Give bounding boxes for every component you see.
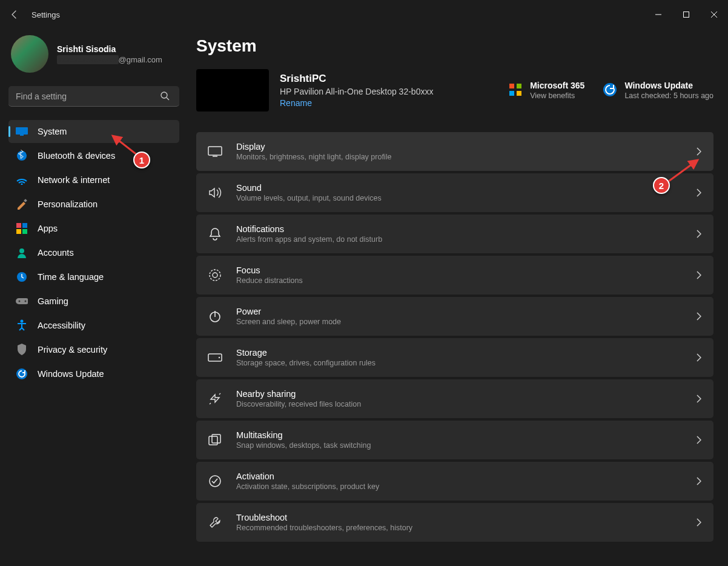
setting-title: Nearby sharing [236,389,697,399]
setting-sub: Alerts from apps and system, do not dist… [236,235,697,244]
accounts-icon [16,247,28,259]
multitasking-icon [207,432,223,448]
sidebar-item-system[interactable]: System [8,120,179,143]
setting-sub: Monitors, brightness, night light, displ… [236,153,697,161]
promo-microsoft365[interactable]: Microsoft 365 View benefits [508,81,584,100]
svg-rect-22 [509,91,514,96]
svg-point-16 [19,301,21,302]
svg-rect-21 [517,84,521,88]
setting-title: Activation [236,471,697,481]
nav-list: SystemBluetooth & devicesNetwork & inter… [8,120,182,385]
setting-item-display[interactable]: DisplayMonitors, brightness, night light… [196,132,713,171]
setting-item-multitasking[interactable]: MultitaskingSnap windows, desktops, task… [196,421,713,459]
sidebar: Srishti Sisodia xxxxxxxxxxxxxxx@gmail.co… [0,29,188,566]
setting-title: Sound [236,183,697,193]
setting-item-troubleshoot[interactable]: TroubleshootRecommended troubleshooters,… [196,503,713,542]
chevron-right-icon [697,353,701,362]
setting-title: Power [236,307,697,316]
svg-rect-25 [208,147,222,155]
display-icon [207,144,223,159]
svg-rect-5 [20,135,24,136]
promo-title: Microsoft 365 [530,81,584,90]
sidebar-item-label: Accounts [38,248,74,258]
sidebar-item-privacy[interactable]: Privacy & security [8,338,179,361]
chevron-right-icon [697,395,701,403]
nearby-icon [207,391,223,407]
setting-sub: Reduce distractions [236,276,697,285]
profile-email: xxxxxxxxxxxxxxx@gmail.com [57,55,162,64]
svg-rect-23 [517,91,521,96]
update-icon [603,82,617,97]
setting-sub: Volume levels, output, input, sound devi… [236,194,697,202]
chevron-right-icon [697,188,701,197]
device-model: HP Pavilion All-in-One Desktop 32-b0xxx [280,87,433,96]
sidebar-item-accessibility[interactable]: Accessibility [8,314,179,337]
setting-sub: Snap windows, desktops, task switching [236,441,697,450]
profile-block[interactable]: Srishti Sisodia xxxxxxxxxxxxxxx@gmail.co… [8,35,182,73]
sidebar-item-label: Bluetooth & devices [38,151,115,161]
page-title: System [196,36,713,56]
device-image [196,69,269,112]
sidebar-item-apps[interactable]: Apps [8,217,179,240]
chevron-right-icon [697,312,701,321]
setting-title: Focus [236,265,697,275]
sidebar-item-label: Windows Update [38,369,104,379]
setting-item-nearby[interactable]: Nearby sharingDiscoverability, received … [196,379,713,418]
notifications-icon [207,226,223,242]
setting-sub: Screen and sleep, power mode [236,318,697,326]
promo-title: Windows Update [624,81,713,90]
power-icon [207,308,223,324]
search-input[interactable] [8,86,179,107]
svg-point-32 [219,357,220,358]
svg-point-7 [21,184,23,185]
setting-title: Notifications [236,224,697,234]
focus-icon [207,267,223,283]
setting-item-notifications[interactable]: NotificationsAlerts from apps and system… [196,215,713,253]
setting-item-activation[interactable]: ActivationActivation state, subscription… [196,462,713,501]
svg-rect-9 [16,223,21,228]
chevron-right-icon [697,271,701,279]
back-button[interactable] [7,7,22,22]
sidebar-item-gaming[interactable]: Gaming [8,290,179,313]
sound-icon [207,185,223,201]
svg-rect-12 [22,229,27,234]
m365-icon [508,82,523,97]
sidebar-item-bluetooth[interactable]: Bluetooth & devices [8,144,179,167]
close-button[interactable] [700,5,728,24]
setting-sub: Discoverability, received files location [236,400,697,408]
setting-item-power[interactable]: PowerScreen and sleep, power mode [196,297,713,336]
sidebar-item-label: Apps [38,224,58,233]
maximize-button[interactable] [672,5,700,24]
sidebar-item-update[interactable]: Windows Update [8,362,179,385]
sidebar-item-label: Time & language [38,272,104,282]
svg-rect-11 [16,229,21,234]
update-icon [16,368,28,380]
titlebar: Settings [0,0,728,29]
svg-rect-10 [22,223,27,228]
search-icon [160,91,170,101]
minimize-button[interactable] [644,5,672,24]
system-icon [16,125,28,138]
setting-item-focus[interactable]: FocusReduce distractions [196,256,713,295]
bluetooth-icon [16,150,28,162]
chevron-right-icon [697,477,701,485]
sidebar-item-network[interactable]: Network & internet [8,168,179,191]
sidebar-item-time[interactable]: Time & language [8,265,179,288]
rename-link[interactable]: Rename [280,98,433,108]
promo-windows-update[interactable]: Windows Update Last checked: 5 hours ago [603,81,713,100]
setting-sub: Storage space, drives, configuration rul… [236,359,697,367]
setting-item-sound[interactable]: SoundVolume levels, output, input, sound… [196,173,713,212]
sidebar-item-label: Privacy & security [38,345,107,355]
device-row: SrishtiPC HP Pavilion All-in-One Desktop… [196,69,713,112]
troubleshoot-icon [207,514,223,530]
sidebar-item-personalization[interactable]: Personalization [8,193,179,216]
sidebar-item-accounts[interactable]: Accounts [8,241,179,264]
annotation-badge-2: 2 [653,177,670,194]
svg-rect-1 [684,12,689,18]
sidebar-item-label: System [38,127,67,136]
setting-item-storage[interactable]: StorageStorage space, drives, configurat… [196,338,713,377]
svg-rect-4 [16,127,28,135]
accessibility-icon [16,319,28,331]
svg-rect-8 [24,199,27,202]
svg-rect-33 [209,436,217,445]
